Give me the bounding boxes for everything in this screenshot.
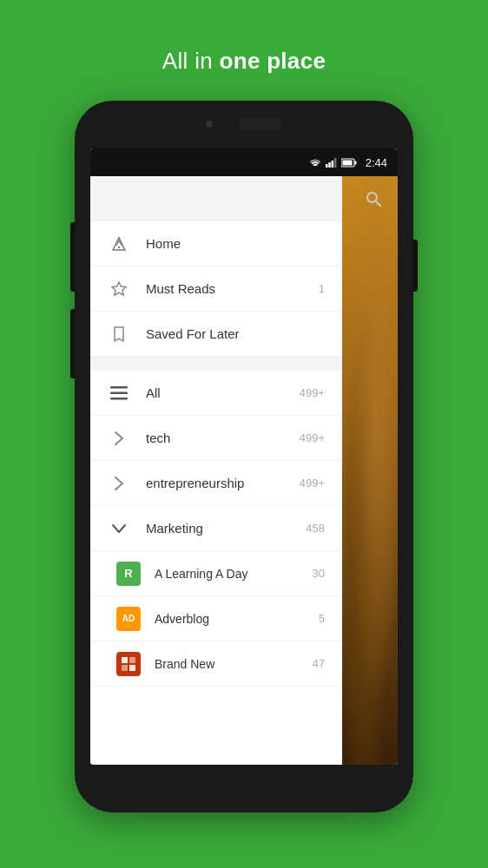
marketing-count: 458: [306, 522, 325, 535]
brand-new-icon: [116, 652, 141, 676]
a-learning-a-day-count: 30: [313, 567, 325, 580]
svg-rect-3: [334, 158, 337, 168]
svg-line-16: [376, 201, 380, 206]
saved-for-later-label: Saved For Later: [146, 326, 325, 341]
status-bar: 2:44: [90, 148, 398, 176]
star-icon: [108, 278, 130, 300]
drawer-header: [90, 176, 342, 221]
svg-rect-11: [122, 657, 128, 663]
marketing-label: Marketing: [146, 521, 306, 536]
category-entrepreneurship[interactable]: entrepreneurship 499+: [90, 461, 342, 506]
search-button[interactable]: [356, 181, 391, 216]
nav-item-home[interactable]: Home: [90, 221, 342, 266]
source-a-learning-a-day[interactable]: R A Learning A Day 30: [90, 551, 342, 596]
category-tech[interactable]: tech 499+: [90, 416, 342, 461]
all-count: 499+: [300, 386, 325, 399]
brand-new-count: 47: [313, 657, 325, 670]
a-learning-a-day-label: A Learning A Day: [155, 567, 313, 581]
nav-item-saved-for-later[interactable]: Saved For Later: [90, 312, 342, 357]
tech-label: tech: [146, 431, 300, 445]
svg-rect-6: [342, 160, 352, 165]
speaker-grill: [239, 118, 282, 130]
main-toolbar: [342, 176, 398, 221]
phone-screen: 2:44 Home: [90, 148, 398, 765]
svg-rect-14: [129, 665, 135, 671]
svg-rect-2: [331, 161, 333, 168]
main-feed-area: [342, 176, 398, 765]
screen-content: Home Must Reads 1: [90, 176, 398, 765]
status-icons: [309, 158, 357, 168]
camera-dot: [206, 121, 213, 128]
svg-rect-12: [129, 657, 135, 663]
adverblog-icon: AD: [116, 607, 141, 631]
chevron-right-icon-tech: [108, 427, 130, 450]
svg-rect-5: [354, 161, 356, 164]
adverblog-count: 5: [319, 612, 325, 625]
search-icon: [365, 190, 382, 207]
feed-background: [342, 176, 398, 765]
svg-rect-9: [110, 391, 128, 394]
svg-rect-13: [122, 665, 128, 671]
svg-rect-1: [328, 162, 331, 168]
must-reads-count: 1: [319, 282, 325, 295]
a-learning-a-day-icon: R: [116, 562, 141, 586]
adverblog-label: Adverblog: [155, 612, 319, 626]
bookmark-icon: [108, 323, 130, 345]
chevron-down-icon: [108, 517, 130, 540]
category-all[interactable]: All 499+: [90, 371, 342, 416]
feedly-icon: [108, 233, 130, 255]
nav-item-must-reads[interactable]: Must Reads 1: [90, 266, 342, 312]
must-reads-label: Must Reads: [146, 281, 319, 296]
chevron-right-icon-entrepreneurship: [108, 472, 130, 495]
home-label: Home: [146, 236, 325, 251]
menu-icon: [108, 382, 130, 404]
svg-rect-8: [110, 386, 128, 389]
source-brand-new[interactable]: Brand New 47: [90, 641, 342, 687]
status-time: 2:44: [366, 156, 387, 169]
phone-device: 2:44 Home: [75, 101, 413, 812]
entrepreneurship-count: 499+: [300, 477, 325, 490]
battery-icon: [341, 158, 357, 168]
brand-new-label: Brand New: [155, 657, 313, 671]
all-label: All: [146, 385, 300, 400]
svg-rect-10: [110, 398, 128, 400]
wifi-icon: [309, 158, 321, 168]
svg-rect-0: [326, 164, 328, 168]
source-adverblog[interactable]: AD Adverblog 5: [90, 596, 342, 641]
navigation-drawer: Home Must Reads 1: [90, 176, 342, 765]
page-headline: All in one place: [162, 48, 326, 75]
svg-point-7: [118, 246, 120, 247]
section-divider: [90, 357, 342, 371]
entrepreneurship-label: entrepreneurship: [146, 476, 300, 490]
category-marketing[interactable]: Marketing 458: [90, 506, 342, 551]
phone-top-bar: [75, 118, 413, 130]
signal-icon: [326, 158, 337, 168]
tech-count: 499+: [300, 431, 325, 444]
